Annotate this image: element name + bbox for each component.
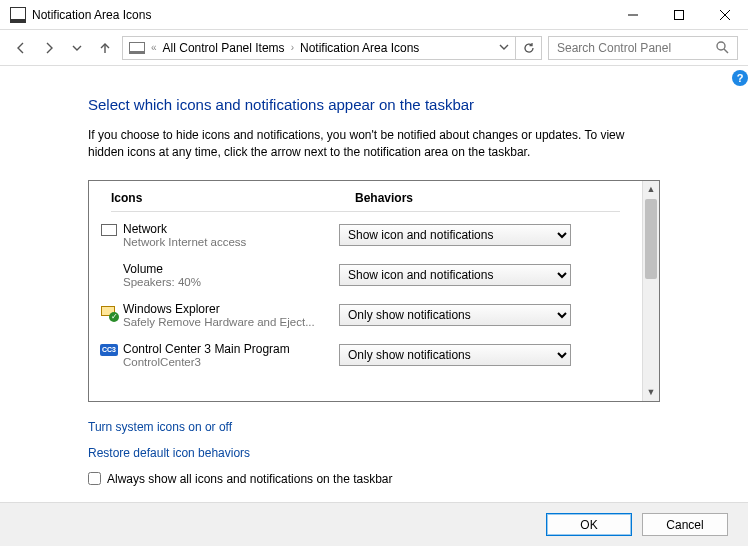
recent-locations-button[interactable]	[66, 37, 88, 59]
breadcrumb-chevron-icon: ›	[291, 42, 294, 53]
up-button[interactable]	[94, 37, 116, 59]
maximize-button[interactable]	[656, 0, 702, 30]
window-title: Notification Area Icons	[32, 8, 610, 22]
scrollbar[interactable]: ▲ ▼	[642, 181, 659, 401]
link-system-icons[interactable]: Turn system icons on or off	[88, 420, 660, 434]
svg-point-5	[717, 42, 725, 50]
list-item: Network Network Internet access Show ico…	[89, 216, 642, 256]
column-header-icons: Icons	[111, 191, 355, 205]
forward-button[interactable]	[38, 37, 60, 59]
breadcrumb-parent[interactable]: All Control Panel Items	[163, 41, 285, 55]
list-item: 🔊 Volume Speakers: 40% Show icon and not…	[89, 256, 642, 296]
breadcrumb-current[interactable]: Notification Area Icons	[300, 41, 419, 55]
link-restore-defaults[interactable]: Restore default icon behaviors	[88, 446, 660, 460]
cancel-button[interactable]: Cancel	[642, 513, 728, 536]
close-button[interactable]	[702, 0, 748, 30]
row-subtitle: Network Internet access	[123, 236, 339, 248]
row-subtitle: Speakers: 40%	[123, 276, 339, 288]
scroll-thumb[interactable]	[645, 199, 657, 279]
minimize-button[interactable]	[610, 0, 656, 30]
column-header-behaviors: Behaviors	[355, 191, 620, 205]
cc3-icon: CC3	[100, 344, 118, 356]
scroll-down-icon[interactable]: ▼	[643, 384, 659, 401]
behavior-select[interactable]: Show icon and notificationsHide icon and…	[339, 344, 571, 366]
scroll-up-icon[interactable]: ▲	[643, 181, 659, 198]
address-dropdown-icon[interactable]	[499, 41, 509, 55]
refresh-button[interactable]	[516, 36, 542, 60]
breadcrumb-chevron-icon: «	[151, 42, 157, 53]
row-subtitle: Safely Remove Hardware and Eject...	[123, 316, 339, 328]
explorer-icon: ✓	[101, 304, 117, 320]
control-panel-icon	[129, 42, 145, 54]
list-item: ✓ Windows Explorer Safely Remove Hardwar…	[89, 296, 642, 336]
page-description: If you choose to hide icons and notifica…	[88, 127, 660, 162]
row-title: Control Center 3 Main Program	[123, 342, 339, 356]
page-heading: Select which icons and notifications app…	[88, 96, 660, 113]
behavior-select[interactable]: Show icon and notificationsHide icon and…	[339, 224, 571, 246]
behavior-select[interactable]: Show icon and notificationsHide icon and…	[339, 304, 571, 326]
address-bar[interactable]: « All Control Panel Items › Notification…	[122, 36, 516, 60]
ok-button[interactable]: OK	[546, 513, 632, 536]
row-title: Volume	[123, 262, 339, 276]
always-show-label: Always show all icons and notifications …	[107, 472, 393, 486]
search-icon	[716, 41, 729, 54]
network-icon	[101, 224, 117, 236]
back-button[interactable]	[10, 37, 32, 59]
svg-line-6	[724, 49, 728, 53]
search-placeholder: Search Control Panel	[557, 41, 671, 55]
behavior-select[interactable]: Show icon and notificationsHide icon and…	[339, 264, 571, 286]
help-icon[interactable]: ?	[732, 70, 748, 86]
svg-rect-1	[675, 10, 684, 19]
row-title: Network	[123, 222, 339, 236]
row-subtitle: ControlCenter3	[123, 356, 339, 368]
icons-panel: Icons Behaviors Network Network Internet…	[88, 180, 660, 402]
window-app-icon	[10, 7, 26, 23]
search-input[interactable]: Search Control Panel	[548, 36, 738, 60]
always-show-checkbox[interactable]	[88, 472, 101, 485]
row-title: Windows Explorer	[123, 302, 339, 316]
list-item: CC3 Control Center 3 Main Program Contro…	[89, 336, 642, 376]
